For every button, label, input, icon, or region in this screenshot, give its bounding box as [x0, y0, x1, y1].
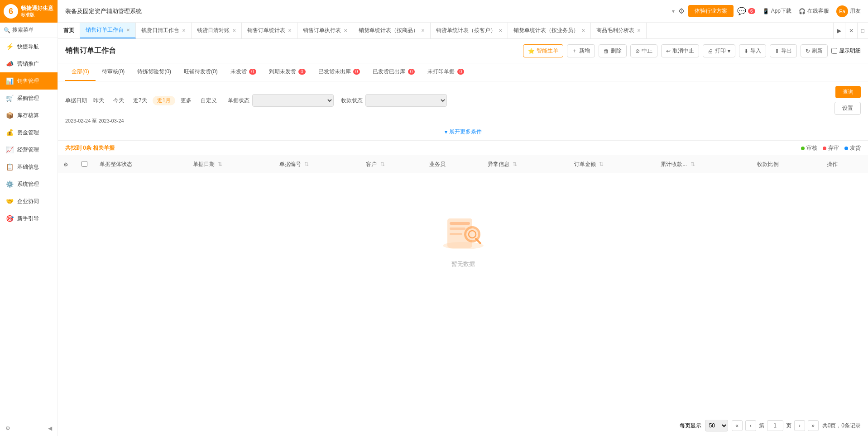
tab-sales-by-product[interactable]: 销货单统计表（按商品） ✕: [353, 23, 431, 38]
status-select[interactable]: [252, 94, 334, 107]
tab-sales-stats[interactable]: 销售订单统计表 ✕: [242, 23, 297, 38]
search-right: 查询 设置: [834, 86, 861, 115]
export-btn[interactable]: ⬆ 导出: [770, 44, 797, 57]
query-button[interactable]: 查询: [835, 86, 861, 98]
tab-sales-by-staff[interactable]: 销货单统计表（按业务员） ✕: [508, 23, 591, 38]
add-btn[interactable]: ＋ 新增: [567, 44, 595, 57]
col-customer[interactable]: 客户 ⇅: [360, 156, 424, 173]
tab-close-sales-by-staff[interactable]: ✕: [581, 28, 585, 33]
date-btn-more[interactable]: 更多: [177, 95, 195, 106]
select-all-checkbox[interactable]: [82, 161, 87, 167]
tab-close-sales-stats[interactable]: ✕: [288, 28, 292, 33]
set-button[interactable]: 设置: [834, 102, 861, 115]
filter-tab-all[interactable]: 全部(0): [65, 63, 96, 81]
settings-icon[interactable]: ⚙: [678, 7, 685, 15]
sidebar-item-operations[interactable]: 📈 经营管理: [0, 141, 58, 158]
show-details-checkbox-label[interactable]: 显示明细: [831, 47, 861, 55]
date-btn-yesterday[interactable]: 昨天: [90, 95, 108, 106]
tab-close-profit-analysis[interactable]: ✕: [637, 28, 641, 33]
tab-sales-by-customer[interactable]: 销货单统计表（按客户） ✕: [431, 23, 508, 38]
sidebar-item-system[interactable]: ⚙️ 系统管理: [0, 175, 58, 193]
sidebar-item-basic-info[interactable]: 📋 基础信息: [0, 158, 58, 175]
filter-tab-shipped-not-warehoused[interactable]: 已发货未出库 0: [312, 63, 367, 81]
sidebar-item-guide[interactable]: 🎯 新手引导: [0, 210, 58, 227]
sidebar-item-quick-nav[interactable]: ⚡ 快捷导航: [0, 38, 58, 55]
next-page-btn[interactable]: ›: [794, 420, 805, 431]
first-page-btn[interactable]: «: [732, 420, 743, 431]
sales-icon: 📊: [5, 77, 14, 85]
page-num-input[interactable]: [767, 420, 783, 431]
cancel-suspend-btn[interactable]: ↩ 取消中止: [661, 44, 699, 57]
sidebar-item-marketing[interactable]: 📣 营销推广: [0, 55, 58, 72]
tab-action-close-all[interactable]: ✕: [845, 23, 857, 38]
suspend-btn[interactable]: ⊘ 中止: [630, 44, 657, 57]
date-btn-1month[interactable]: 近1月: [153, 96, 176, 105]
tab-close-sales-by-product[interactable]: ✕: [421, 28, 425, 33]
tab-cash-daily[interactable]: 钱货日清工作台 ✕: [136, 23, 192, 38]
sidebar-item-purchase[interactable]: 🛒 采购管理: [0, 90, 58, 107]
sidebar-item-inventory[interactable]: 📦 库存核算: [0, 107, 58, 124]
sort-customer-icon: ⇅: [380, 161, 385, 167]
filter-tab-shipped-warehoused[interactable]: 已发货已出库 0: [366, 63, 421, 81]
filter-tab-not-shipped[interactable]: 未发货 0: [224, 63, 263, 81]
filter-tab-not-printed[interactable]: 未打印单据 0: [421, 63, 470, 81]
tab-close-cash-daily[interactable]: ✕: [182, 28, 186, 33]
col-settings[interactable]: ⚙: [58, 156, 76, 173]
settings-bottom-icon[interactable]: ⚙: [5, 425, 10, 431]
review-action[interactable]: 审核: [801, 144, 817, 152]
trial-button[interactable]: 体验行业方案: [688, 5, 734, 17]
app-download-btn[interactable]: 📱 App下载: [762, 7, 791, 15]
import-btn[interactable]: ⬇ 导入: [739, 44, 766, 57]
sidebar-item-sales[interactable]: 📊 销售管理: [0, 72, 58, 90]
col-collected[interactable]: 累计收款... ⇅: [655, 156, 752, 173]
online-service-btn[interactable]: 🎧 在线客服: [799, 7, 829, 15]
user-btn[interactable]: Ea 用友: [836, 5, 861, 17]
col-amount[interactable]: 订单金额 ⇅: [569, 156, 655, 173]
smart-generate-btn[interactable]: ⭐ 智能生单: [523, 44, 563, 57]
empty-text: 暂无数据: [451, 260, 475, 268]
tab-profit-analysis[interactable]: 商品毛利分析表 ✕: [591, 23, 647, 38]
sidebar-item-enterprise[interactable]: 🤝 企业协同: [0, 193, 58, 210]
print-btn[interactable]: 🖨 打印 ▾: [703, 44, 735, 57]
collapse-icon[interactable]: ◀: [48, 425, 52, 431]
filter-tab-wangpu-pending[interactable]: 旺铺待发货(0): [177, 63, 224, 81]
col-action: 操作: [821, 156, 868, 173]
last-page-btn[interactable]: »: [808, 420, 819, 431]
unreview-action[interactable]: 弃审: [823, 144, 839, 152]
date-btn-today[interactable]: 今天: [110, 95, 128, 106]
filter-tab-overdue-not-shipped[interactable]: 到期未发货 0: [263, 63, 312, 81]
col-checkbox[interactable]: [76, 156, 94, 173]
tab-close-sales-exec[interactable]: ✕: [344, 28, 347, 33]
overdue-not-shipped-badge: 0: [298, 69, 306, 75]
sidebar-item-finance[interactable]: 💰 资金管理: [0, 124, 58, 141]
col-exception[interactable]: 异常信息 ⇅: [482, 156, 569, 173]
filter-tab-pending-inspection[interactable]: 待拣货验货(0): [131, 63, 177, 81]
show-details-checkbox[interactable]: [831, 48, 837, 54]
filter-tab-pending-review[interactable]: 待审核(0): [96, 63, 131, 81]
tab-sales-exec[interactable]: 销售订单执行表 ✕: [297, 23, 353, 38]
page-size-select[interactable]: 50 20 100: [705, 420, 728, 431]
tab-home[interactable]: 首页: [58, 23, 80, 38]
col-staff[interactable]: 业务员: [424, 156, 482, 173]
payment-select[interactable]: [365, 94, 447, 107]
sidebar-search[interactable]: 🔍 搜索菜单: [0, 23, 58, 38]
date-btn-custom[interactable]: 自定义: [197, 95, 221, 106]
tab-close-sales-workbench[interactable]: ✕: [126, 28, 130, 33]
col-number[interactable]: 单据编号 ⇅: [274, 156, 360, 173]
ship-action[interactable]: 发货: [844, 144, 861, 152]
prev-page-btn[interactable]: ‹: [745, 420, 756, 431]
tab-close-cash-reconcile[interactable]: ✕: [232, 28, 236, 33]
tab-action-maximize[interactable]: □: [857, 23, 868, 38]
refresh-btn[interactable]: ↻ 刷新: [801, 44, 828, 57]
expand-more-btn[interactable]: ▾ 展开更多条件: [445, 128, 482, 136]
search-bar: 单据日期 昨天 今天 近7天 近1月 更多 自定义 单据状态: [58, 81, 868, 141]
tab-sales-workbench[interactable]: 销售订单工作台 ✕: [80, 23, 136, 38]
date-btn-7days[interactable]: 近7天: [129, 95, 151, 106]
col-date[interactable]: 单据日期 ⇅: [187, 156, 274, 173]
dropdown-arrow-icon[interactable]: ▾: [672, 8, 675, 14]
delete-btn[interactable]: 🗑 删除: [599, 44, 627, 57]
tab-more-btn[interactable]: ▶: [833, 23, 845, 38]
tab-close-sales-by-customer[interactable]: ✕: [499, 28, 502, 33]
message-btn[interactable]: 💬 6: [737, 7, 755, 15]
tab-cash-reconcile[interactable]: 钱货日清对账 ✕: [192, 23, 242, 38]
